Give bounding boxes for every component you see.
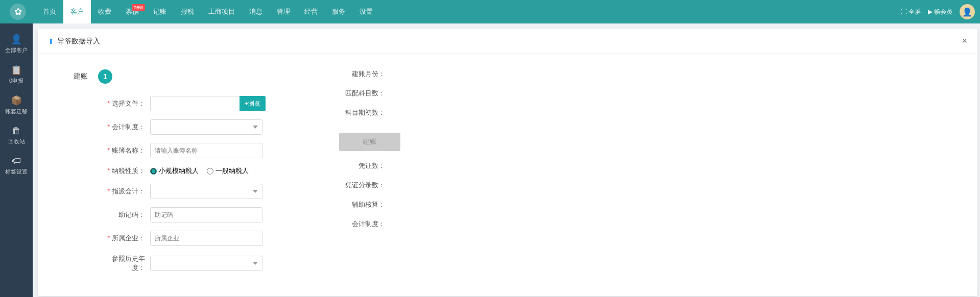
voucher-entries-row: 凭证分录数： [339, 181, 977, 190]
nav-item-accounting[interactable]: 记账 [146, 0, 174, 23]
auxiliary-label: 辅助核算： [339, 200, 385, 209]
step-header: 建账 1 [74, 69, 319, 84]
dialog-header: ⬆ 导爷数据导入 × [38, 29, 977, 54]
tags-icon: 🏷 [12, 156, 21, 166]
file-label: * 选择文件： [99, 99, 145, 108]
memo-input[interactable] [150, 207, 262, 222]
company-input[interactable] [150, 231, 262, 246]
top-navigation: ✿ 首页 客户 收费 票据 new 记账 报税 工商项目 消息 管理 [0, 0, 980, 23]
match-subjects-row: 匹配科目数： [339, 89, 977, 98]
accounting-system-label: * 会计制度： [99, 122, 145, 132]
close-button[interactable]: × [962, 36, 967, 46]
logo-icon: ✿ [10, 4, 26, 20]
step-circle: 1 [98, 69, 112, 84]
nav-item-tax[interactable]: 报税 [174, 0, 201, 23]
history-row: 参照历史年度： [99, 254, 319, 273]
ledger-name-input[interactable] [150, 143, 262, 158]
sidebar-item-all-customers[interactable]: 👤 全部客户 [0, 29, 33, 59]
memo-row: 助记码： [99, 207, 319, 222]
sidebar-item-declaration[interactable]: 📋 0申报 [0, 59, 33, 90]
auxiliary-row: 辅助核算： [339, 200, 977, 209]
nav-item-management[interactable]: 管理 [270, 0, 297, 23]
info-area: 建账月份： 匹配科目数： 科目期初数： 建账 [319, 69, 977, 281]
build-button[interactable]: 建账 [339, 133, 400, 151]
sidebar-item-recycle[interactable]: 🗑 回收站 [0, 120, 33, 151]
subject-init-label: 科目期初数： [339, 108, 385, 117]
accounting-label-row: 会计制度： [339, 219, 977, 229]
nav-item-services[interactable]: 服务 [325, 0, 352, 23]
small-taxpayer-option[interactable]: 小规模纳税人 [150, 166, 199, 176]
ledger-name-row: * 账簿名称： [99, 143, 319, 158]
tax-type-group: 小规模纳税人 一般纳税人 [150, 166, 249, 176]
file-row: * 选择文件： +浏览 [99, 96, 319, 111]
sidebar-item-tags[interactable]: 🏷 标签设置 [0, 151, 33, 181]
nav-item-invoices[interactable]: 票据 new [118, 0, 146, 23]
main-content: ⬆ 导爷数据导入 × 建账 1 [33, 23, 980, 297]
ledger-name-label: * 账簿名称： [99, 146, 145, 155]
build-month-row: 建账月份： [339, 69, 977, 79]
user-avatar[interactable]: 👤 [960, 4, 975, 19]
accountant-row: * 指派会计： [99, 184, 319, 199]
company-label: * 所属企业： [99, 234, 145, 243]
main-layout: 👤 全部客户 📋 0申报 📦 账套迁移 🗑 回收站 🏷 标签设置 ⬆ [0, 23, 980, 297]
memo-label: 助记码： [99, 210, 145, 219]
step-label: 建账 [74, 72, 88, 81]
form-area: 建账 1 * 选择文件： +浏览 [38, 69, 319, 281]
dialog-title: ⬆ 导爷数据导入 [48, 37, 100, 46]
voucher-entries-label: 凭证分录数： [339, 181, 385, 190]
member-btn[interactable]: ▶ 畅会员 [928, 8, 952, 16]
nav-item-home[interactable]: 首页 [36, 0, 63, 23]
sidebar-item-migration[interactable]: 📦 账套迁移 [0, 90, 33, 120]
fullscreen-icon: ⛶ [901, 8, 907, 15]
accountant-label: * 指派会计： [99, 187, 145, 196]
tax-type-label: * 纳税性质： [99, 166, 145, 176]
accountant-select[interactable] [150, 184, 262, 199]
file-input-group: +浏览 [150, 96, 266, 111]
nav-right: ⛶ 全屏 ▶ 畅会员 👤 [901, 4, 975, 19]
play-icon: ▶ [928, 8, 933, 15]
file-input[interactable] [150, 96, 240, 111]
avatar-icon: 👤 [962, 7, 972, 17]
nav-item-billing[interactable]: 收费 [91, 0, 118, 23]
build-month-label: 建账月份： [339, 69, 385, 79]
history-label: 参照历史年度： [99, 254, 145, 273]
general-taxpayer-radio[interactable] [207, 168, 213, 175]
accounting-system-row: * 会计制度： [99, 119, 319, 135]
declaration-icon: 📋 [11, 64, 22, 76]
tax-type-row: * 纳税性质： 小规模纳税人 一般纳税人 [99, 166, 319, 176]
new-badge: new [132, 4, 145, 11]
subject-init-row: 科目期初数： [339, 108, 977, 117]
logo[interactable]: ✿ [5, 0, 31, 23]
small-taxpayer-label: 小规模纳税人 [159, 166, 199, 176]
general-taxpayer-label: 一般纳税人 [216, 166, 249, 176]
recycle-icon: 🗑 [12, 126, 21, 136]
upload-icon: ⬆ [48, 37, 54, 45]
nav-items: 首页 客户 收费 票据 new 记账 报税 工商项目 消息 管理 经营 [36, 0, 901, 23]
import-dialog: ⬆ 导爷数据导入 × 建账 1 [38, 29, 977, 296]
voucher-count-label: 凭证数： [339, 161, 385, 170]
small-taxpayer-radio[interactable] [150, 168, 157, 175]
voucher-count-row: 凭证数： [339, 161, 977, 170]
company-row: * 所属企业： [99, 231, 319, 246]
dialog-body: 建账 1 * 选择文件： +浏览 [38, 54, 977, 296]
nav-item-business[interactable]: 工商项目 [201, 0, 242, 23]
browse-button[interactable]: +浏览 [240, 96, 266, 111]
match-subjects-label: 匹配科目数： [339, 89, 385, 98]
nav-item-messages[interactable]: 消息 [242, 0, 270, 23]
accounting-label: 会计制度： [339, 219, 385, 229]
history-select[interactable] [150, 256, 262, 271]
nav-item-operations[interactable]: 经营 [297, 0, 325, 23]
all-customers-icon: 👤 [11, 34, 22, 45]
fullscreen-btn[interactable]: ⛶ 全屏 [901, 8, 921, 16]
nav-item-settings[interactable]: 设置 [352, 0, 380, 23]
build-btn-area: 建账 [339, 133, 977, 151]
sidebar: 👤 全部客户 📋 0申报 📦 账套迁移 🗑 回收站 🏷 标签设置 [0, 23, 33, 297]
general-taxpayer-option[interactable]: 一般纳税人 [207, 166, 249, 176]
accounting-system-select[interactable] [150, 119, 262, 135]
migration-icon: 📦 [11, 95, 22, 106]
nav-item-customers[interactable]: 客户 [63, 0, 91, 23]
